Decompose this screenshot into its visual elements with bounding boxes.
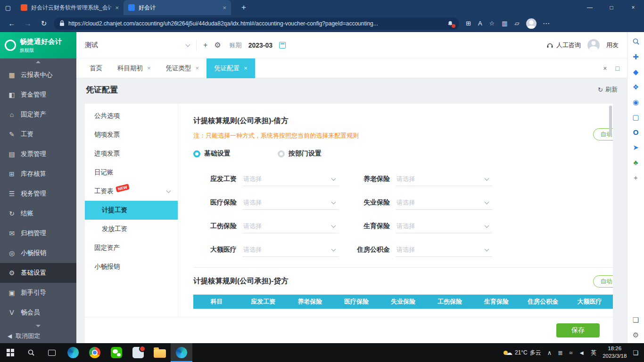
sidebar-item-closing[interactable]: ↻ 结账 xyxy=(0,204,76,223)
user-name[interactable]: 用友 xyxy=(606,41,619,49)
fullscreen-icon[interactable]: □ xyxy=(616,65,619,72)
notification-center-icon[interactable]: ❏ xyxy=(633,349,638,356)
sidebar-scroll-up[interactable] xyxy=(0,58,76,65)
apps-grid-icon[interactable]: ⊞ xyxy=(466,20,471,27)
tab-subject-opening-balance[interactable]: 科目期初 × xyxy=(110,58,158,78)
tray-expand-icon[interactable]: ∧ xyxy=(547,349,552,356)
favorite-star-icon[interactable]: ☆ xyxy=(489,20,495,27)
split-screen-icon[interactable]: ▱ xyxy=(515,20,520,27)
start-button[interactable] xyxy=(0,343,21,362)
wifi-icon[interactable]: ≈ xyxy=(569,349,572,356)
radio-basic-settings[interactable]: 基础设置 xyxy=(193,149,231,158)
taskbar-app-chrome[interactable] xyxy=(84,343,106,362)
sidebar-item-invoice-management[interactable]: ▤ 发票管理 xyxy=(0,144,76,164)
tree-icon[interactable]: ♣ xyxy=(634,159,638,166)
radio-unchecked-icon[interactable] xyxy=(278,150,285,157)
taskbar-app-wechat[interactable] xyxy=(106,343,127,362)
profile-rail-icon[interactable]: ◉ xyxy=(633,99,639,106)
auto-button-credit[interactable]: 自动 xyxy=(593,275,613,288)
sidebar-search-icon[interactable] xyxy=(632,38,640,45)
calendar-icon[interactable] xyxy=(279,42,286,49)
shopping-icon[interactable]: ▢ xyxy=(632,114,639,121)
back-button[interactable]: ← xyxy=(6,19,18,27)
forward-button[interactable]: → xyxy=(22,19,34,27)
workspaces-icon[interactable]: ▢ xyxy=(0,4,16,11)
tab-close-icon[interactable]: × xyxy=(115,4,119,11)
sidebar-item-beginner-guide[interactable]: ▣ 新手引导 xyxy=(0,283,76,303)
select-medical-insurance[interactable]: 请选择 xyxy=(242,196,339,210)
close-all-tabs-icon[interactable]: × xyxy=(603,65,607,72)
select-work-injury-insurance[interactable]: 请选择 xyxy=(242,219,339,233)
add-account-set-icon[interactable]: + xyxy=(203,41,207,49)
consult-link[interactable]: 人工咨询 xyxy=(546,41,581,49)
sidebar-item-tax-management[interactable]: ☰ 税务管理 xyxy=(0,184,76,204)
page-refresh-button[interactable]: ↻ xyxy=(38,19,50,28)
refresh-button[interactable]: ↻ 刷新 xyxy=(598,85,618,94)
subnav-salary-payment[interactable]: 发放工资 xyxy=(85,220,178,239)
save-button[interactable]: 保存 xyxy=(556,323,600,337)
tab-close-icon[interactable]: × xyxy=(223,4,226,11)
read-aloud-icon[interactable]: A xyxy=(478,20,482,27)
radio-checked-icon[interactable] xyxy=(193,150,200,157)
radio-by-department[interactable]: 按部门设置 xyxy=(278,149,322,158)
tab-voucher-config[interactable]: 凭证配置 × xyxy=(206,58,255,78)
outlook-icon[interactable]: O xyxy=(633,129,639,136)
ime-indicator[interactable]: 英 xyxy=(591,349,596,357)
url-bar[interactable]: https://cloud2.chanjet.com/accounting/uh… xyxy=(54,17,459,30)
user-avatar[interactable] xyxy=(587,39,600,51)
sidebar-item-fixed-assets[interactable]: ⌂ 固定资产 xyxy=(0,105,76,124)
window-close-button[interactable]: × xyxy=(622,0,644,15)
subnav-sales-invoice[interactable]: 销项发票 xyxy=(85,125,178,144)
rail-settings-icon[interactable]: ⚙ xyxy=(633,331,639,338)
account-set-select[interactable]: 测试 xyxy=(85,41,190,49)
tab-close-icon[interactable]: × xyxy=(147,65,151,72)
add-rail-icon[interactable]: + xyxy=(634,174,638,181)
tab-home[interactable]: 首页 xyxy=(82,58,110,78)
select-major-medical[interactable]: 请选择 xyxy=(242,243,339,257)
settings-gear-icon[interactable]: ⚙ xyxy=(214,41,221,49)
box-icon[interactable]: ❏ xyxy=(633,316,639,323)
new-tab-button[interactable]: + xyxy=(236,3,252,12)
profile-avatar[interactable] xyxy=(526,18,537,29)
share-icon[interactable]: ➤ xyxy=(633,144,639,151)
taskbar-app-edge-active[interactable] xyxy=(171,343,192,362)
period-value[interactable]: 2023-03 xyxy=(248,41,272,49)
subnav-salary-accrual[interactable]: 计提工资 xyxy=(85,201,178,220)
select-maternity-insurance[interactable]: 请选择 xyxy=(396,219,492,233)
clock[interactable]: 18:26 2023/3/18 xyxy=(603,345,627,360)
copilot-icon[interactable]: ✚ xyxy=(633,53,639,60)
browser-tab-inactive[interactable]: 好会计云财务软件管理系统_会计 × xyxy=(16,0,124,15)
sidebar-unpin-button[interactable]: ◀ 取消固定 xyxy=(0,329,76,343)
taskbar-app-explorer[interactable] xyxy=(149,343,171,362)
sidebar-scroll-down[interactable] xyxy=(0,322,76,329)
collections-icon[interactable]: ▥ xyxy=(502,20,507,27)
select-housing-fund[interactable]: 请选择 xyxy=(396,243,492,257)
select-unemployment-insurance[interactable]: 请选择 xyxy=(396,196,492,210)
sidebar-item-archive-management[interactable]: ✉ 归档管理 xyxy=(0,223,76,243)
task-view-button[interactable] xyxy=(41,343,62,362)
network-icon[interactable]: ≣ xyxy=(558,349,563,356)
sidebar-item-xiaochang-expense[interactable]: ◎ 小畅报销 xyxy=(0,243,76,263)
tab-close-icon[interactable]: × xyxy=(244,65,248,72)
sidebar-item-salary[interactable]: ✎ 工资 xyxy=(0,124,76,144)
select-pension-insurance[interactable]: 请选择 xyxy=(396,172,492,186)
subnav-xiaochang-expense[interactable]: 小畅报销 xyxy=(85,257,178,276)
taskbar-app-messages[interactable] xyxy=(127,343,149,362)
subnav-purchase-invoice[interactable]: 进项发票 xyxy=(85,144,178,163)
bing-icon[interactable]: ◆ xyxy=(633,68,639,75)
subnav-common-options[interactable]: 公共选项 xyxy=(85,107,178,125)
weather-widget[interactable]: ☁ 21°C 多云 xyxy=(504,349,541,357)
sidebar-item-inventory-accounting[interactable]: ⊞ 库存核算 xyxy=(0,164,76,184)
sidebar-item-funds-management[interactable]: ◧ 资金管理 xyxy=(0,85,76,105)
subnav-journal[interactable]: 日记账 xyxy=(85,163,178,182)
browser-tab-active[interactable]: 好会计 × xyxy=(124,0,231,15)
tab-voucher-type[interactable]: 凭证类型 × xyxy=(158,58,207,78)
subnav-salary-sheet[interactable]: 工资表 NEW xyxy=(85,182,178,201)
sidebar-item-basic-settings[interactable]: ⚙ 基础设置 xyxy=(0,263,76,283)
vertical-scrollbar[interactable] xyxy=(609,106,612,136)
window-minimize-button[interactable]: — xyxy=(579,0,601,15)
tab-close-icon[interactable]: × xyxy=(196,65,199,72)
sidebar-item-membership[interactable]: Ⅴ 畅会员 xyxy=(0,303,76,322)
select-gross-salary[interactable]: 请选择 xyxy=(242,172,339,186)
notifications-blocked-icon[interactable] xyxy=(447,20,454,27)
